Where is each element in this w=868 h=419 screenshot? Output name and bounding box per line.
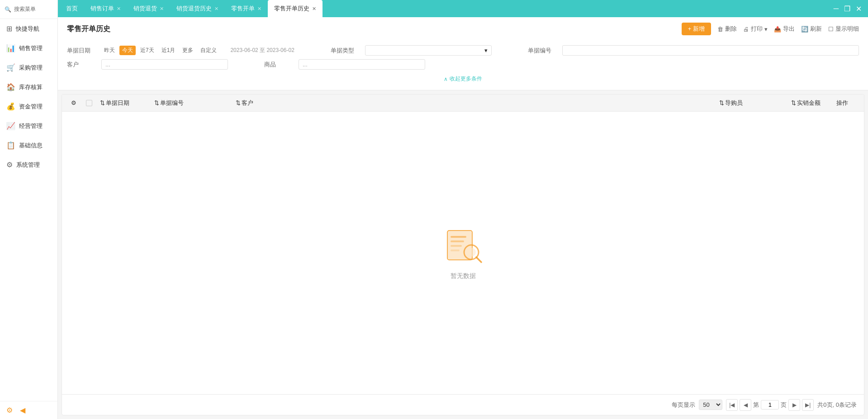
tab-sales-return-history[interactable]: 销货退货历史✕: [170, 0, 225, 17]
tab-retail-open-history[interactable]: 零售开单历史✕: [268, 0, 323, 17]
column-date[interactable]: ⇅ 单据日期: [96, 99, 151, 107]
tab-home[interactable]: 首页: [60, 0, 84, 17]
sort-icon-amount: ⇅: [791, 99, 796, 106]
next-page-btn[interactable]: ▶: [788, 399, 800, 411]
svg-rect-4: [451, 250, 460, 251]
empty-text: 暂无数据: [451, 272, 476, 280]
col-action-label: 操作: [836, 99, 848, 107]
sidebar-item-finance[interactable]: 💰资金管理: [0, 97, 57, 116]
sidebar-label-sales-mgmt: 销售管理: [19, 44, 43, 52]
product-input[interactable]: ...: [299, 59, 425, 70]
restore-button[interactable]: ❐: [844, 5, 850, 13]
column-guide[interactable]: ⇅ 导购员: [716, 99, 770, 107]
tab-sales-order[interactable]: 销售订单✕: [84, 0, 127, 17]
export-button[interactable]: 📤 导出: [774, 25, 795, 33]
customer-input[interactable]: ...: [101, 59, 228, 70]
sidebar-search[interactable]: 🔍 搜索菜单: [0, 0, 57, 19]
sidebar-item-quick-nav[interactable]: ⊞快捷导航: [0, 19, 57, 38]
tab-bar-right: ─ ❐ ✕: [834, 5, 866, 13]
sidebar-icon-purchase-mgmt: 🛒: [6, 63, 15, 72]
sidebar-icon-quick-nav: ⊞: [6, 24, 12, 33]
svg-rect-3: [451, 245, 462, 247]
col-amount-label: 实销金额: [797, 99, 821, 107]
col-billno-label: 单据编号: [160, 99, 184, 107]
date-yesterday-btn[interactable]: 昨天: [101, 46, 118, 55]
print-icon: 🖨: [743, 26, 749, 33]
page-content: 零售开单历史 + 新增 🗑 删除 🖨 打印 ▾ 📤 导出: [58, 17, 868, 419]
print-button[interactable]: 🖨 打印 ▾: [743, 25, 768, 33]
sidebar-label-purchase-mgmt: 采购管理: [19, 64, 43, 72]
page-title-row: 零售开单历史 + 新增 🗑 删除 🖨 打印 ▾ 📤 导出: [67, 23, 859, 35]
search-icon: 🔍: [5, 6, 11, 13]
bill-type-label: 单据类型: [331, 47, 356, 55]
tab-close-sales-return-history[interactable]: ✕: [214, 6, 218, 12]
column-billno[interactable]: ⇅ 单据编号: [151, 99, 232, 107]
filter-row-1: 单据日期 昨天 今天 近7天 近1月 更多 自定义 2023-06-02 至 2…: [67, 45, 859, 56]
column-amount[interactable]: ⇅ 实销金额: [770, 99, 824, 107]
last-page-btn[interactable]: ▶|: [802, 399, 814, 411]
column-settings[interactable]: ⚙: [66, 99, 82, 106]
sidebar-item-basic-info[interactable]: 📋基础信息: [0, 136, 57, 155]
tab-close-sales-return[interactable]: ✕: [160, 6, 164, 12]
sidebar-icon-finance: 💰: [6, 102, 15, 111]
page-title: 零售开单历史: [67, 24, 110, 34]
refresh-icon: 🔄: [801, 26, 808, 33]
sidebar-item-sales-mgmt[interactable]: 📊销售管理: [0, 38, 57, 58]
sort-icon-date: ⇅: [100, 99, 105, 106]
prev-page-btn[interactable]: ◀: [740, 399, 751, 411]
bill-type-dropdown-icon: ▾: [484, 47, 488, 54]
settings-icon[interactable]: ⚙: [6, 406, 13, 414]
tab-close-retail-open[interactable]: ✕: [257, 6, 261, 12]
print-label: 打印: [751, 25, 763, 33]
date-7days-btn[interactable]: 近7天: [138, 46, 157, 55]
sidebar-item-operations[interactable]: 📈经营管理: [0, 116, 57, 136]
delete-label: 删除: [725, 25, 737, 33]
column-checkbox[interactable]: [82, 100, 96, 106]
main-content: 首页销售订单✕销货退货✕销货退货历史✕零售开单✕零售开单历史✕ ─ ❐ ✕ 零售…: [58, 0, 868, 419]
sidebar-label-operations: 经营管理: [19, 122, 43, 130]
collapse-sidebar-icon[interactable]: ◀: [20, 406, 25, 414]
first-page-btn[interactable]: |◀: [726, 399, 738, 411]
display-detail-button[interactable]: ☐ 显示明细: [828, 25, 859, 33]
export-label: 导出: [783, 25, 795, 33]
tab-label-sales-return-history: 销货退货历史: [176, 5, 212, 13]
tab-label-retail-open: 零售开单: [231, 5, 255, 13]
date-more-btn[interactable]: 更多: [180, 46, 196, 55]
close-window-button[interactable]: ✕: [856, 5, 862, 13]
sidebar-label-system: 系统管理: [16, 161, 40, 169]
tab-retail-open[interactable]: 零售开单✕: [225, 0, 268, 17]
column-customer[interactable]: ⇅ 客户: [232, 99, 716, 107]
date-filter-label: 单据日期: [67, 47, 92, 55]
sidebar-label-basic-info: 基础信息: [19, 141, 43, 150]
bill-type-select[interactable]: ▾: [365, 45, 492, 56]
date-today-btn[interactable]: 今天: [119, 46, 136, 55]
refresh-button[interactable]: 🔄 刷新: [801, 25, 822, 33]
delete-button[interactable]: 🗑 删除: [717, 25, 737, 33]
page-number-input[interactable]: [761, 400, 779, 410]
delete-icon: 🗑: [717, 26, 723, 33]
select-all-checkbox[interactable]: [86, 100, 92, 106]
sidebar-icon-inventory: 🏠: [6, 83, 15, 91]
add-button[interactable]: + 新增: [682, 23, 711, 35]
bill-no-input[interactable]: [562, 45, 859, 56]
empty-state: 暂无数据: [62, 112, 864, 394]
per-page-select[interactable]: 50 10 20 100: [699, 400, 722, 410]
date-custom-btn[interactable]: 自定义: [198, 46, 219, 55]
refresh-label: 刷新: [810, 25, 822, 33]
sidebar-item-purchase-mgmt[interactable]: 🛒采购管理: [0, 58, 57, 77]
min-button[interactable]: ─: [834, 5, 839, 13]
sidebar: 🔍 搜索菜单 ⊞快捷导航📊销售管理🛒采购管理🏠库存核算💰资金管理📈经营管理📋基础…: [0, 0, 58, 419]
date-1month-btn[interactable]: 近1月: [159, 46, 178, 55]
tab-sales-return[interactable]: 销货退货✕: [127, 0, 170, 17]
sidebar-item-system[interactable]: ⚙系统管理: [0, 155, 57, 174]
tab-close-retail-open-history[interactable]: ✕: [312, 6, 316, 12]
sidebar-item-inventory[interactable]: 🏠库存核算: [0, 77, 57, 97]
svg-point-6: [467, 248, 476, 257]
collapse-more-btn[interactable]: ∧ 收起更多条件: [67, 73, 859, 86]
sidebar-icon-system: ⚙: [6, 160, 13, 169]
sort-icon-billno: ⇅: [154, 99, 159, 106]
sidebar-label-quick-nav: 快捷导航: [16, 25, 39, 33]
product-filter-label: 商品: [264, 61, 289, 69]
total-info: 共0页, 0条记录: [817, 401, 857, 409]
tab-close-sales-order[interactable]: ✕: [117, 6, 121, 12]
